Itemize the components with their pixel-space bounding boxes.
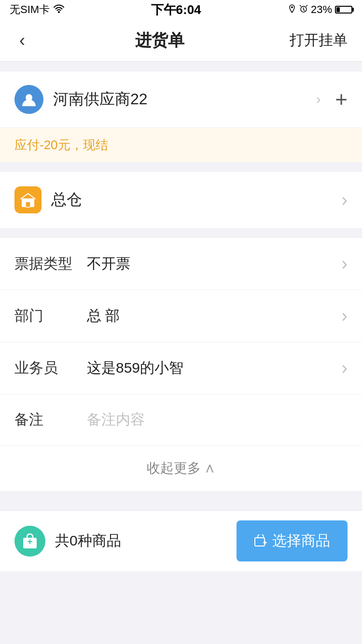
ticket-type-chevron-icon xyxy=(341,253,348,274)
select-goods-label: 选择商品 xyxy=(272,531,330,551)
section-gap-4 xyxy=(0,491,362,501)
notice-text: 应付-20元，现结 xyxy=(14,138,108,152)
ticket-type-row[interactable]: 票据类型 不开票 xyxy=(0,238,362,290)
svg-rect-8 xyxy=(29,539,30,544)
goods-icon xyxy=(14,526,45,557)
svg-rect-11 xyxy=(265,541,265,545)
battery-icon xyxy=(335,6,352,14)
department-chevron-icon xyxy=(341,306,348,326)
carrier-text: 无SIM卡 xyxy=(10,2,50,17)
back-button[interactable]: ‹ xyxy=(14,26,30,56)
salesperson-chevron-icon xyxy=(341,358,348,378)
salesperson-row[interactable]: 业务员 这是859的小智 xyxy=(0,342,362,394)
section-gap-3 xyxy=(0,228,362,238)
department-row[interactable]: 部门 总 部 xyxy=(0,290,362,342)
notice-banner: 应付-20元，现结 xyxy=(0,128,362,162)
warehouse-card: 总仓 xyxy=(0,172,362,228)
form-card: 票据类型 不开票 部门 总 部 业务员 这是859的小智 备注 备注内容 收起更… xyxy=(0,238,362,491)
status-time: 下午6:04 xyxy=(151,1,201,18)
alarm-icon xyxy=(299,3,308,16)
svg-rect-4 xyxy=(26,202,30,207)
goods-count-text: 共0种商品 xyxy=(55,531,237,551)
bottom-bar: 共0种商品 选择商品 xyxy=(0,510,362,571)
ticket-type-label: 票据类型 xyxy=(14,254,82,274)
supplier-avatar xyxy=(14,85,43,114)
supplier-chevron-icon: › xyxy=(316,92,320,107)
svg-point-0 xyxy=(291,6,293,8)
status-icons: 23% xyxy=(288,3,352,16)
salesperson-value: 这是859的小智 xyxy=(87,358,341,378)
warehouse-name: 总仓 xyxy=(51,189,341,210)
salesperson-label: 业务员 xyxy=(14,358,82,378)
section-gap-2 xyxy=(0,162,362,172)
status-carrier-area: 无SIM卡 xyxy=(10,2,64,17)
remark-row[interactable]: 备注 备注内容 xyxy=(0,394,362,445)
open-pending-button[interactable]: 打开挂单 xyxy=(290,30,348,50)
wifi-icon xyxy=(54,3,64,16)
supplier-row[interactable]: 河南供应商22 › + xyxy=(0,71,362,128)
battery-percentage: 23% xyxy=(311,3,332,16)
remark-label: 备注 xyxy=(14,410,82,430)
department-label: 部门 xyxy=(14,306,82,326)
select-goods-button[interactable]: 选择商品 xyxy=(237,520,348,561)
location-icon xyxy=(288,3,296,16)
supplier-name: 河南供应商22 xyxy=(53,89,316,110)
page-rest xyxy=(0,571,362,644)
remark-input[interactable]: 备注内容 xyxy=(87,410,348,430)
collapse-toggle[interactable]: 收起更多 ∧ xyxy=(0,445,362,491)
warehouse-row[interactable]: 总仓 xyxy=(0,172,362,228)
ticket-type-value: 不开票 xyxy=(87,254,341,274)
department-value: 总 部 xyxy=(87,306,341,326)
nav-bar: ‹ 进货单 打开挂单 xyxy=(0,19,362,62)
svg-rect-9 xyxy=(255,538,265,546)
warehouse-chevron-icon xyxy=(341,190,348,210)
status-bar: 无SIM卡 下午6:04 23% xyxy=(0,0,362,19)
warehouse-icon xyxy=(14,186,42,213)
add-supplier-button[interactable]: + xyxy=(335,87,348,112)
section-gap-1 xyxy=(0,62,362,71)
supplier-card: 河南供应商22 › + 应付-20元，现结 xyxy=(0,71,362,162)
page-title: 进货单 xyxy=(135,29,184,52)
